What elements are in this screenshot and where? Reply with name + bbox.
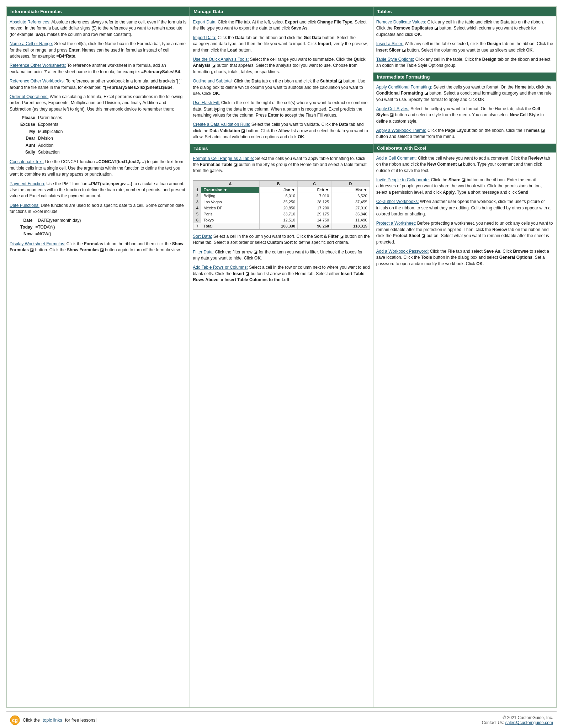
col-b-header: B (259, 181, 298, 187)
beijing-name: Beijing (201, 193, 259, 199)
import-entry: Import Data: Click the Data tab on the r… (193, 35, 370, 53)
spreadsheet: A B C D 1 Excursion ▼ Jan ▼ Feb ▼ Mar ▼ (193, 181, 370, 229)
workbook-theme-entry: Apply a Workbook Theme: Click the Page L… (376, 128, 553, 140)
validation-entry: Create a Data Validation Rule: Select th… (193, 122, 370, 140)
col-d-header: D (331, 181, 370, 187)
quick-analysis-title: Use the Quick Analysis Tools: (193, 57, 249, 62)
row-5-num: 5 (193, 211, 201, 217)
flash-fill-entry: Use Flash Fill: Click in the cell to the… (193, 100, 370, 118)
add-comment-entry: Add a Cell Comment: Click the cell where… (376, 155, 553, 174)
col1-header: Intermediate Formulas (7, 7, 190, 16)
table-row: 4 México DF 20,850 17,200 27,010 (193, 205, 370, 211)
row-2-num: 2 (193, 193, 201, 199)
pmt-title: Payment Function: (10, 181, 45, 186)
display-formulas-entry: Display Worksheet Formulas: Click the Fo… (10, 241, 187, 253)
footer: cg Click the topic links for free lesson… (6, 711, 557, 728)
column-2: Manage Data Export Data: Click the File … (190, 6, 373, 708)
password-title: Add a Workbook Password: (376, 249, 429, 254)
cell-styles-entry: Apply Cell Styles: Select the cell(s) yo… (376, 106, 553, 124)
remove-dup-title: Remove Duplicate Values: (376, 20, 426, 25)
footer-topic-link[interactable]: topic links (43, 718, 62, 723)
ref-worksheets-entry: Reference Other Worksheets: To reference… (10, 63, 187, 75)
svg-text:cg: cg (12, 717, 18, 723)
col2-header: Manage Data (190, 7, 373, 16)
mexico-jan: 20,850 (259, 205, 298, 211)
cell-styles-title: Apply Cell Styles: (376, 106, 409, 111)
paris-feb: 29,175 (298, 211, 331, 217)
import-title: Import Data: (193, 35, 216, 40)
coauthor-title: Co-author Workbooks: (376, 199, 419, 204)
row-1-num: 1 (193, 187, 201, 193)
cond-format-title: Apply Conditional Formatting: (376, 85, 432, 90)
outline-entry: Outline and Subtotal: Click the Data tab… (193, 78, 370, 97)
ref-workbooks-title: Reference Other Workbooks: (10, 79, 65, 84)
total-feb: 96,260 (298, 223, 331, 229)
table-row: 2 Beijing 6,010 7,010 6,520 (193, 193, 370, 199)
lasvegas-feb: 28,125 (298, 199, 331, 205)
workbook-theme-title: Apply a Workbook Theme: (376, 128, 426, 133)
customguide-icon: cg (10, 715, 20, 725)
abs-ref-title: Absolute References: (10, 20, 51, 25)
contact-email[interactable]: sales@customguide.com (505, 720, 553, 725)
formula-table: Date=DATE(year,month,day) Today=TODAY() … (20, 217, 86, 238)
row-num-header (193, 181, 201, 187)
page: Intermediate Formulas Absolute Reference… (0, 0, 563, 728)
add-rows-entry: Add Table Rows or Columns: Select a cell… (193, 264, 370, 283)
main-content: Intermediate Formulas Absolute Reference… (6, 6, 557, 708)
protect-sheet-entry: Protect a Worksheet: Before protecting a… (376, 220, 553, 245)
mexico-mar: 27,010 (331, 205, 370, 211)
table-row: 5 Paris 33,710 29,175 35,840 (193, 211, 370, 217)
add-rows-title: Add Table Rows or Columns: (193, 265, 248, 270)
table-style-entry: Table Style Options: Click any cell in t… (376, 57, 553, 69)
col3-formatting-header: Intermediate Formatting (373, 73, 556, 81)
tokyo-mar: 11,490 (331, 217, 370, 223)
beijing-feb: 7,010 (298, 193, 331, 199)
lasvegas-jan: 35,250 (259, 199, 298, 205)
col2-tables-header: Tables (190, 144, 373, 153)
footer-cta-text: Click the (23, 718, 40, 723)
column-3: Tables Remove Duplicate Values: Click an… (373, 6, 557, 708)
paris-jan: 33,710 (259, 211, 298, 217)
paris-mar: 35,840 (331, 211, 370, 217)
insert-slicer-title: Insert a Slicer: (376, 41, 404, 46)
copyright: © 2021 CustomGuide, Inc. (482, 715, 553, 720)
name-cell-entry: Name a Cell or Range: Select the cell(s)… (10, 41, 187, 59)
filter-entry: Filter Data: Click the filter arrow ◪ fo… (193, 249, 370, 262)
order-ops-entry: Order of Operations: When calculating a … (10, 94, 187, 156)
footer-right: © 2021 CustomGuide, Inc. Contact Us: sal… (482, 715, 553, 725)
col3-collab-header: Collaborate with Excel (373, 144, 556, 152)
footer-cta-suffix: for free lessons! (65, 718, 97, 723)
excursion-header: Excursion ▼ (201, 187, 259, 193)
table-row: 3 Las Vegas 35,250 28,125 37,455 (193, 199, 370, 205)
quick-analysis-entry: Use the Quick Analysis Tools: Select the… (193, 57, 370, 75)
mexico-name: México DF (201, 205, 259, 211)
sort-entry: Sort Data: Select a cell in the column y… (193, 234, 370, 246)
row-3-num: 3 (193, 199, 201, 205)
concat-entry: Concatenate Text: Use the CONCAT functio… (10, 159, 187, 177)
total-row: 7 Total 108,330 96,260 118,315 (193, 223, 370, 229)
export-entry: Export Data: Click the File tab. At the … (193, 19, 370, 32)
tokyo-name: Tokyo (201, 217, 259, 223)
contact-label: Contact Us: (482, 720, 505, 725)
spreadsheet-wrapper: A B C D 1 Excursion ▼ Jan ▼ Feb ▼ Mar ▼ (193, 180, 370, 230)
lasvegas-mar: 37,455 (331, 199, 370, 205)
concat-title: Concatenate Text: (10, 159, 44, 164)
row-7-num: 7 (193, 223, 201, 229)
beijing-jan: 6,010 (259, 193, 298, 199)
contact: Contact Us: sales@customguide.com (482, 720, 553, 725)
tokyo-jan: 12,510 (259, 217, 298, 223)
beijing-mar: 6,520 (331, 193, 370, 199)
cond-format-entry: Apply Conditional Formatting: Select the… (376, 84, 553, 103)
col-a-header: A (201, 181, 259, 187)
pmt-entry: Payment Function: Use the PMT function =… (10, 181, 187, 199)
add-comment-title: Add a Cell Comment: (376, 156, 417, 161)
date-title: Date Functions: (10, 203, 39, 208)
mar-header: Mar ▼ (331, 187, 370, 193)
format-table-title: Format a Cell Range as a Table: (193, 156, 254, 161)
ref-worksheets-title: Reference Other Worksheets: (10, 63, 66, 68)
column-1: Intermediate Formulas Absolute Reference… (6, 6, 190, 708)
invite-collab-title: Invite People to Collaborate: (376, 177, 430, 182)
feb-header: Feb ▼ (298, 187, 331, 193)
format-table-entry: Format a Cell Range as a Table: Select t… (193, 156, 370, 174)
total-mar: 118,315 (331, 223, 370, 229)
